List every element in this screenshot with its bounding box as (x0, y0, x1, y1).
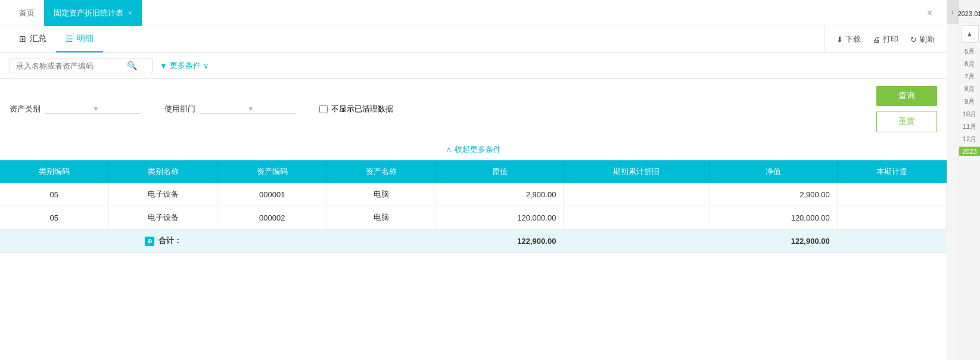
toolbar: ⬇ 下载 🖨 打印 ↻ 刷新 (824, 26, 947, 52)
total-icon: ⊕ (145, 237, 154, 246)
cell-asset-name: 电脑 (326, 206, 435, 229)
cell-asset-code: 000002 (217, 206, 326, 229)
filter-buttons: 查询 重置 (876, 86, 937, 132)
collapse-conditions-button[interactable]: ∧ 收起更多条件 (10, 139, 937, 160)
tab-summary[interactable]: ⊞ 汇总 (10, 26, 56, 52)
dept-select[interactable]: ▼ (200, 104, 295, 114)
summary-icon: ⊞ (19, 34, 26, 44)
cell-category-code: 05 (0, 206, 108, 229)
refresh-icon: ↻ (910, 35, 917, 44)
total-label: 合计： (158, 236, 182, 245)
tab-bar: ⊞ 汇总 ☰ 明细 (0, 26, 824, 52)
print-button[interactable]: 🖨 打印 (873, 34, 898, 45)
chevron-down-icon: ∨ (203, 61, 209, 70)
search-icon[interactable]: 🔍 (127, 61, 137, 70)
asset-type-filter: 资产类别 ▼ (10, 104, 141, 114)
col-asset-name: 资产名称 (326, 160, 435, 183)
reset-button[interactable]: 重置 (876, 111, 937, 132)
filter-panel: 资产类别 ▼ 使用部门 ▼ 不显示已清理数据 查询 重置 (0, 79, 947, 160)
col-net-value: 净值 (710, 160, 837, 183)
cell-category-name: 电子设备 (108, 206, 217, 229)
sidebar-year-badge[interactable]: 2023 (959, 147, 980, 156)
cell-original-value: 120,000.00 (436, 206, 564, 229)
more-conditions-button[interactable]: ▼ 更多条件 ∨ (160, 60, 209, 71)
cell-current-depreciation (837, 206, 946, 229)
sidebar-up-button[interactable]: ▲ (961, 25, 979, 43)
cell-net-value: 120,000.00 (710, 206, 837, 229)
download-button[interactable]: ⬇ 下载 (836, 34, 861, 45)
data-table-container: 类别编码 类别名称 资产编码 资产名称 原值 期初累计折旧 净值 本期计提 05… (0, 160, 947, 360)
search-input-wrap: 🔍 (10, 58, 153, 73)
active-tab[interactable]: 固定资产折旧统计表 × (44, 0, 142, 26)
filter-icon: ▼ (160, 61, 167, 70)
cell-asset-name: 电脑 (326, 183, 435, 206)
sidebar-month-item[interactable]: 8月 (963, 83, 976, 95)
dept-label: 使用部门 (164, 104, 195, 114)
table-total-row: ⊕ 合计： 122,900.00 122,900.00 (0, 229, 947, 253)
col-asset-code: 资产编码 (217, 160, 326, 183)
hide-cleared-filter: 不显示已清理数据 (319, 104, 393, 114)
table-row: 05 电子设备 000002 电脑 120,000.00 120,000.00 (0, 206, 947, 229)
print-icon: 🖨 (873, 35, 881, 44)
home-nav-item[interactable]: 首页 (10, 8, 44, 18)
dept-filter: 使用部门 ▼ (164, 104, 295, 114)
refresh-label: 刷新 (919, 34, 935, 45)
total-net-value: 122,900.00 (710, 229, 837, 253)
tab-title: 固定资产折旧统计表 (54, 8, 123, 18)
total-original-value: 122,900.00 (436, 229, 564, 253)
depreciation-table: 类别编码 类别名称 资产编码 资产名称 原值 期初累计折旧 净值 本期计提 05… (0, 160, 947, 253)
cell-accumulated-depreciation (564, 206, 710, 229)
sidebar-month-item[interactable]: 11月 (963, 120, 976, 133)
refresh-button[interactable]: ↻ 刷新 (910, 34, 935, 45)
col-category-name: 类别名称 (108, 160, 217, 183)
sidebar-month-item[interactable]: 5月 (963, 45, 976, 58)
sidebar-month-item[interactable]: 7月 (963, 70, 976, 83)
col-accumulated-depreciation: 期初累计折旧 (564, 160, 710, 183)
cell-original-value: 2,900.00 (436, 183, 564, 206)
top-nav: 首页 固定资产折旧统计表 × × (0, 0, 947, 26)
asset-type-arrow-icon: ▼ (93, 105, 141, 112)
tab-close-icon[interactable]: × (128, 9, 132, 17)
total-asset-name (326, 229, 435, 253)
total-accumulated-depreciation (564, 229, 710, 253)
cell-category-code: 05 (0, 183, 108, 206)
hide-cleared-checkbox[interactable] (319, 105, 328, 113)
table-row: 05 电子设备 000001 电脑 2,900.00 2,900.00 (0, 183, 947, 206)
table-header-row: 类别编码 类别名称 资产编码 资产名称 原值 期初累计折旧 净值 本期计提 (0, 160, 947, 183)
window-close-button[interactable]: × (922, 5, 937, 21)
hide-cleared-label: 不显示已清理数据 (331, 104, 393, 114)
query-button[interactable]: 查询 (876, 86, 937, 106)
asset-type-select[interactable]: ▼ (45, 104, 141, 114)
tab-summary-label: 汇总 (30, 33, 46, 44)
search-bar: 🔍 ▼ 更多条件 ∨ (0, 53, 947, 79)
sidebar-year-label: 2023.01 (958, 5, 980, 23)
right-sidebar: 2023.01 ▲ 5月6月7月8月9月10月11月12月 2023 (959, 0, 980, 360)
sidebar-month-item[interactable]: 9月 (963, 95, 976, 108)
sidebar-months: 5月6月7月8月9月10月11月12月 (963, 45, 976, 145)
download-label: 下载 (845, 34, 861, 45)
cell-asset-code: 000001 (217, 183, 326, 206)
cell-net-value: 2,900.00 (710, 183, 837, 206)
filter-label: 更多条件 (170, 60, 201, 71)
sidebar-month-item[interactable]: 10月 (963, 108, 976, 120)
collapse-label: 收起更多条件 (455, 145, 501, 154)
sidebar-month-item[interactable]: 6月 (963, 58, 976, 70)
col-category-code: 类别编码 (0, 160, 108, 183)
col-current-depreciation: 本期计提 (837, 160, 946, 183)
print-label: 打印 (883, 34, 898, 45)
search-input[interactable] (16, 61, 123, 70)
total-label-cell: ⊕ 合计： (0, 229, 326, 253)
col-original-value: 原值 (436, 160, 564, 183)
sidebar-month-item[interactable]: 12月 (963, 133, 976, 145)
tab-detail[interactable]: ☰ 明细 (56, 26, 103, 52)
sidebar-expand-button[interactable]: › (947, 0, 959, 24)
dept-arrow-icon: ▼ (248, 105, 295, 112)
cell-accumulated-depreciation (564, 183, 710, 206)
cell-category-name: 电子设备 (108, 183, 217, 206)
detail-icon: ☰ (66, 34, 73, 44)
asset-type-label: 资产类别 (10, 104, 41, 114)
cell-current-depreciation (837, 183, 946, 206)
collapse-icon: ∧ (446, 145, 452, 154)
download-icon: ⬇ (836, 35, 843, 44)
tab-detail-label: 明细 (77, 33, 94, 44)
